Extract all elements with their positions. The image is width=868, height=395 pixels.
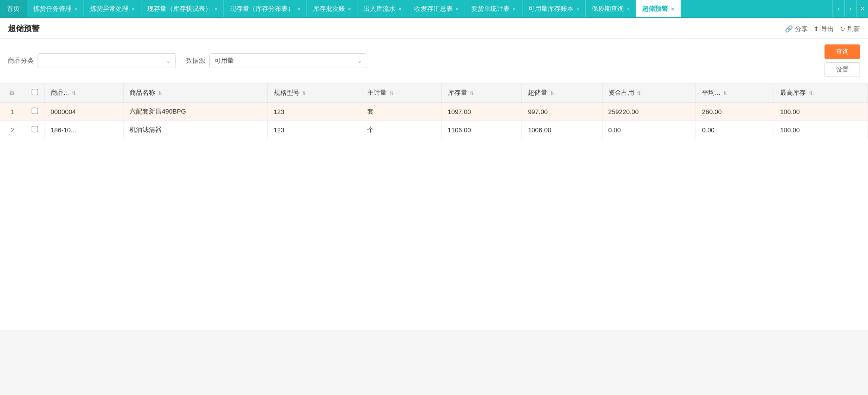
header-actions: 🔗 分享 ⬆ 导出 ↻ 刷新: [785, 25, 860, 34]
row-checkbox-0[interactable]: [32, 108, 38, 114]
share-icon: 🔗: [785, 25, 793, 33]
tab-close-icon[interactable]: ×: [131, 6, 134, 12]
col-stock-label: 库存量: [448, 89, 467, 96]
col-header-overstock[interactable]: 超储量 ⇅: [522, 83, 602, 103]
nav-home-label: 首页: [7, 4, 20, 13]
refresh-label: 刷新: [847, 25, 860, 34]
tab-stock-batch[interactable]: 库存批次账×: [307, 0, 357, 17]
tab-close-icon[interactable]: ×: [215, 6, 217, 12]
col-header-avg[interactable]: 平均... ⇅: [696, 83, 774, 103]
tab-overstock[interactable]: 超储预警×: [636, 0, 680, 17]
page-header: 超储预警 🔗 分享 ⬆ 导出 ↻ 刷新: [0, 18, 868, 39]
tab-label: 要货单统计表: [471, 4, 510, 13]
nav-next-button[interactable]: ›: [844, 0, 856, 18]
col-code-label: 商品...: [51, 89, 69, 96]
tab-recv-summary[interactable]: 收发存汇总表×: [408, 0, 465, 17]
tab-stock-status[interactable]: 现存量（库存状况表）×: [141, 0, 224, 17]
col-header-name[interactable]: 商品名称 ⇅: [124, 83, 267, 103]
col-header-spec[interactable]: 规格型号 ⇅: [267, 83, 361, 103]
sort-max-icon: ⇅: [809, 90, 813, 96]
tab-stock-dist[interactable]: 现存量（库存分布表）×: [224, 0, 306, 17]
col-header-stock[interactable]: 库存量 ⇅: [441, 83, 521, 103]
cell-code: 0000004: [44, 103, 124, 121]
nav-close-button[interactable]: ✕: [856, 0, 868, 18]
col-header-unit[interactable]: 主计量 ⇅: [361, 83, 441, 103]
tab-label: 超储预警: [642, 4, 668, 13]
tab-close-icon[interactable]: ×: [627, 6, 630, 12]
tab-close-icon[interactable]: ×: [398, 6, 401, 12]
main-table-container: ⚙ 商品... ⇅ 商品名称 ⇅ 规格型号 ⇅ 主计量: [0, 83, 868, 330]
tab-close-icon[interactable]: ×: [348, 6, 351, 12]
datasource-select-value: 可用量: [215, 56, 234, 65]
cell-max: 100.00: [774, 121, 868, 139]
cell-name: 六配套新昌490BPG: [124, 103, 267, 121]
cell-overstock: 997.00: [522, 103, 602, 121]
table-body: 1 0000004 六配套新昌490BPG 123 套 1097.00 997.…: [0, 103, 868, 139]
col-header-max[interactable]: 最高库存 ⇅: [774, 83, 868, 103]
col-spec-label: 规格型号: [274, 89, 300, 96]
tab-inout-flow[interactable]: 出入库流水×: [357, 0, 408, 17]
nav-tabs: 拣货任务管理×拣货异常处理×现存量（库存状况表）×现存量（库存分布表）×库存批次…: [27, 0, 681, 17]
sort-avg-icon: ⇅: [723, 90, 727, 96]
tab-label: 出入库流水: [363, 4, 395, 13]
tab-req-summary[interactable]: 要货单统计表×: [465, 0, 522, 17]
export-label: 导出: [821, 25, 834, 34]
col-header-capital[interactable]: 资金占用 ⇅: [602, 83, 696, 103]
export-button[interactable]: ⬆ 导出: [814, 25, 834, 34]
cell-avg: 0.00: [696, 121, 774, 139]
sort-spec-icon: ⇅: [302, 90, 306, 96]
tab-close-icon[interactable]: ×: [75, 6, 78, 12]
datasource-chevron-icon: ⌄: [357, 58, 362, 64]
tab-label: 现存量（库存状况表）: [147, 4, 212, 13]
tab-close-icon[interactable]: ×: [576, 6, 579, 12]
tab-label: 保质期查询: [592, 4, 624, 13]
cell-code: 186-10...: [44, 121, 124, 139]
col-header-gear[interactable]: ⚙: [0, 83, 25, 103]
filter-datasource: 数据源 可用量 ⌄: [186, 53, 367, 68]
datasource-label: 数据源: [186, 56, 205, 65]
sort-name-icon: ⇅: [158, 90, 162, 96]
tab-close-icon[interactable]: ×: [513, 6, 516, 12]
cell-avg: 260.00: [696, 103, 774, 121]
tab-cake-abnormal[interactable]: 拣货异常处理×: [84, 0, 141, 17]
share-button[interactable]: 🔗 分享: [785, 25, 808, 34]
nav-arrows: ‹ › ✕: [832, 0, 868, 18]
tab-avail-stock[interactable]: 可用量库存账本×: [522, 0, 586, 17]
datasource-select[interactable]: 可用量 ⌄: [209, 53, 367, 68]
col-capital-label: 资金占用: [608, 89, 634, 96]
cell-check: [25, 121, 44, 139]
cell-spec: 123: [267, 121, 361, 139]
cell-max: 100.00: [774, 103, 868, 121]
cell-unit: 个: [361, 121, 441, 139]
overstock-table: ⚙ 商品... ⇅ 商品名称 ⇅ 规格型号 ⇅ 主计量: [0, 83, 868, 139]
gear-icon[interactable]: ⚙: [9, 89, 15, 97]
cell-stock: 1106.00: [441, 121, 521, 139]
refresh-icon: ↻: [840, 25, 845, 33]
col-avg-label: 平均...: [702, 89, 720, 96]
nav-prev-button[interactable]: ‹: [832, 0, 844, 18]
sort-overstock-icon: ⇅: [550, 90, 554, 96]
refresh-button[interactable]: ↻ 刷新: [840, 25, 860, 34]
category-label: 商品分类: [8, 56, 34, 65]
sort-stock-icon: ⇅: [470, 90, 474, 96]
col-max-label: 最高库存: [780, 89, 806, 96]
nav-home[interactable]: 首页: [0, 0, 27, 17]
tab-close-icon[interactable]: ×: [297, 6, 300, 12]
col-header-check: [25, 83, 44, 103]
setting-button[interactable]: 设置: [825, 62, 860, 77]
category-select[interactable]: ⌄: [38, 53, 176, 68]
query-button[interactable]: 查询: [825, 44, 860, 59]
share-label: 分享: [795, 25, 808, 34]
select-all-checkbox[interactable]: [32, 89, 38, 95]
row-checkbox-1[interactable]: [32, 126, 38, 132]
tab-cake-task[interactable]: 拣货任务管理×: [27, 0, 84, 17]
tab-quality[interactable]: 保质期查询×: [586, 0, 636, 17]
cell-capital: 0.00: [602, 121, 696, 139]
col-name-label: 商品名称: [130, 89, 155, 96]
cell-overstock: 1006.00: [522, 121, 602, 139]
page-title: 超储预警: [8, 24, 40, 34]
tab-close-icon[interactable]: ×: [456, 6, 459, 12]
col-header-code[interactable]: 商品... ⇅: [44, 83, 124, 103]
tab-close-icon[interactable]: ×: [671, 6, 674, 12]
table-row: 2 186-10... 机油滤清器 123 个 1106.00 1006.00 …: [0, 121, 868, 139]
